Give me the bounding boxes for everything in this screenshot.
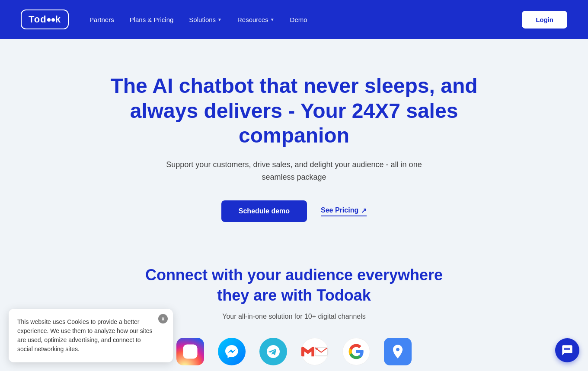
cookie-text: This website uses Cookies to provide a b… [17, 317, 164, 354]
solutions-chevron-icon: ▼ [217, 17, 222, 22]
instagram-icon [176, 338, 204, 365]
nav-solutions[interactable]: Solutions ▼ [189, 16, 222, 23]
hero-section: The AI chatbot that never sleeps, and al… [0, 39, 588, 239]
logo-text: Todk [29, 14, 61, 25]
schedule-demo-button[interactable]: Schedule demo [221, 200, 307, 222]
chat-button[interactable] [555, 338, 579, 362]
login-button[interactable]: Login [522, 11, 567, 29]
cookie-close-button[interactable]: x [158, 314, 168, 323]
gmail-icon: M [301, 338, 329, 365]
google-business-icon [384, 338, 412, 365]
resources-chevron-icon: ▼ [270, 17, 275, 22]
hero-title: The AI chatbot that never sleeps, and al… [99, 73, 489, 148]
see-pricing-link[interactable]: See Pricing ↗ [321, 206, 367, 216]
google-icon [342, 338, 370, 365]
svg-point-2 [194, 348, 195, 349]
hero-buttons: Schedule demo See Pricing ↗ [21, 200, 567, 222]
nav-demo[interactable]: Demo [290, 16, 307, 23]
nav-resources[interactable]: Resources ▼ [237, 16, 275, 23]
navbar: Todk Partners Plans & Pricing Solutions … [0, 0, 588, 39]
svg-text:M: M [316, 347, 319, 350]
telegram-icon [259, 338, 287, 365]
messenger-icon [218, 338, 246, 365]
chat-icon [561, 344, 573, 356]
hero-subtitle: Support your customers, drive sales, and… [164, 159, 424, 184]
connect-title: Connect with your audience everywhere th… [143, 265, 445, 306]
nav-links: Partners Plans & Pricing Solutions ▼ Res… [89, 16, 307, 23]
svg-point-1 [188, 349, 193, 354]
navbar-left: Todk Partners Plans & Pricing Solutions … [21, 10, 307, 29]
nav-plans-pricing[interactable]: Plans & Pricing [130, 16, 174, 23]
logo[interactable]: Todk [21, 10, 69, 29]
nav-partners[interactable]: Partners [89, 16, 114, 23]
arrow-icon: ↗ [361, 206, 367, 215]
cookie-banner: This website uses Cookies to provide a b… [9, 309, 173, 362]
